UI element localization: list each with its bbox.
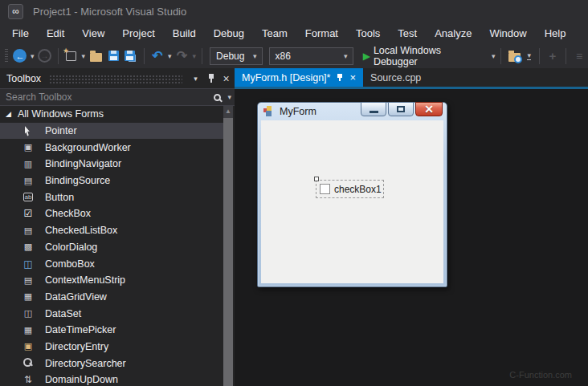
back-caret-icon[interactable]: ▾ <box>31 52 35 60</box>
color-dialog-icon <box>22 242 35 252</box>
configuration-dropdown[interactable]: Debug ▾ <box>210 47 262 65</box>
scrollbar-thumb[interactable] <box>223 118 233 386</box>
run-dropdown-caret-icon[interactable]: ▾ <box>492 52 496 60</box>
tab-source-cpp[interactable]: Source.cpp <box>363 68 428 87</box>
toolbox-item-backgroundworker[interactable]: BackgroundWorker <box>0 139 223 156</box>
datagrid-view-icon <box>22 291 35 302</box>
back-icon: ← <box>13 49 27 63</box>
list-icon[interactable]: ≡ <box>571 47 587 66</box>
menu-item-help[interactable]: Help <box>536 24 575 43</box>
toolbar-grip[interactable] <box>5 49 8 63</box>
vs-window: ∞ Project1 - Microsoft Visual Studio Fil… <box>0 0 588 386</box>
close-icon[interactable]: × <box>349 72 356 83</box>
checked-listbox-icon <box>22 226 35 236</box>
directory-searcher-icon <box>22 360 35 367</box>
search-icon[interactable] <box>214 94 221 101</box>
toolbox-scrollbar[interactable]: ▲ <box>223 106 233 386</box>
minimize-button[interactable] <box>361 102 386 116</box>
menu-item-debug[interactable]: Debug <box>205 24 253 43</box>
tab-myform-design[interactable]: MyForm.h [Design]* × <box>235 68 363 87</box>
toolbox-item-checkbox[interactable]: CheckBox <box>0 205 223 222</box>
toolbox-title: Toolbox <box>6 73 41 84</box>
toolbar-separator <box>144 48 145 64</box>
add-icon[interactable]: + <box>545 47 561 66</box>
minimize-icon <box>370 111 378 113</box>
datetime-picker-icon <box>22 325 35 335</box>
menu-item-build[interactable]: Build <box>164 24 205 43</box>
window-position-caret-icon[interactable]: ▾ <box>189 71 202 85</box>
menu-item-file[interactable]: File <box>3 24 38 43</box>
tab-label: Source.cpp <box>370 72 421 83</box>
new-project-caret-icon[interactable]: ▾ <box>81 52 85 60</box>
form-window-buttons: ✕ <box>361 102 443 116</box>
toolbar-separator <box>500 48 501 64</box>
standard-toolbar: ← ▾ → ▾ ↶ ▾ ↷ ▾ Debug ▾ x86 ▾ ▶ Local Wi… <box>0 43 588 68</box>
designer-form[interactable]: MyForm ✕ checkBox1 <box>257 102 447 287</box>
checkbox-box[interactable] <box>320 184 330 194</box>
toolbox-item-directorysearcher[interactable]: DirectorySearcher <box>0 355 223 372</box>
redo-icon[interactable]: ↷ <box>174 47 190 66</box>
platform-dropdown[interactable]: x86 ▾ <box>269 47 353 65</box>
maximize-button[interactable] <box>388 102 414 116</box>
menu-item-edit[interactable]: Edit <box>38 24 73 43</box>
pointer-icon <box>22 126 35 136</box>
pin-icon <box>208 74 214 83</box>
pin-icon[interactable] <box>337 74 343 82</box>
start-debug-play-icon: ▶ <box>363 51 370 62</box>
domain-updown-icon <box>22 374 35 385</box>
start-debug-button[interactable]: Local Windows Debugger <box>374 45 487 67</box>
toolbox-header[interactable]: Toolbox ▾ × <box>0 68 235 88</box>
redo-caret-icon[interactable]: ▾ <box>193 52 197 60</box>
scroll-up-icon[interactable]: ▲ <box>223 108 233 115</box>
close-icon: × <box>223 73 229 84</box>
toolbar-separator <box>566 48 566 64</box>
menu-item-window[interactable]: Window <box>480 24 535 43</box>
toolbox-item-contextmenustrip[interactable]: ContextMenuStrip <box>0 272 223 289</box>
toolbox-item-button[interactable]: Button <box>0 189 223 205</box>
form-client-area[interactable]: checkBox1 <box>261 120 443 283</box>
combobox-icon <box>22 258 35 270</box>
menu-item-project[interactable]: Project <box>113 24 163 43</box>
platform-value: x86 <box>276 51 338 62</box>
toolbar-options-caret-icon[interactable]: ▾ <box>527 52 531 60</box>
button-icon <box>22 193 35 201</box>
toolbox-item-dataset[interactable]: DataSet <box>0 305 223 322</box>
open-file-icon <box>90 53 102 62</box>
toolbox-item-combobox[interactable]: ComboBox <box>0 255 223 272</box>
toolbox-item-datagridview[interactable]: DataGridView <box>0 289 223 306</box>
undo-icon[interactable]: ↶ <box>149 47 165 66</box>
toolbox-item-directoryentry[interactable]: DirectoryEntry <box>0 339 223 356</box>
binding-navigator-icon <box>22 159 35 169</box>
menu-item-test[interactable]: Test <box>389 24 426 43</box>
toolbox-item-bindingsource[interactable]: BindingSource <box>0 173 223 189</box>
toolbox-list: ◢ All Windows Forms Pointer BackgroundWo… <box>0 106 223 386</box>
checkbox-control[interactable]: checkBox1 <box>316 180 384 198</box>
toolbox-item-checkedlistbox[interactable]: CheckedListBox <box>0 222 223 239</box>
menu-item-tools[interactable]: Tools <box>347 24 389 43</box>
toolbox-item-colordialog[interactable]: ColorDialog <box>0 239 223 256</box>
search-input[interactable] <box>0 91 214 103</box>
toolbox-panel: Toolbox ▾ × ▾ ◢ All Windows Forms Pointe… <box>0 68 235 386</box>
design-surface: MyForm ✕ checkBox1 C-Function.com <box>235 89 588 386</box>
menu-item-view[interactable]: View <box>73 24 113 43</box>
form-title-bar: MyForm ✕ <box>258 103 447 120</box>
checkbox-icon <box>22 208 35 219</box>
menu-item-team[interactable]: Team <box>253 24 296 43</box>
selection-handle[interactable] <box>314 177 319 181</box>
toolbox-item-domainupdown[interactable]: DomainUpDown <box>0 372 223 386</box>
toolbox-item-bindingnavigator[interactable]: BindingNavigator <box>0 156 223 173</box>
toolbar-separator <box>539 48 540 64</box>
menu-item-analyze[interactable]: Analyze <box>426 24 480 43</box>
undo-caret-icon[interactable]: ▾ <box>168 52 172 60</box>
toolbox-section-all-windows-forms[interactable]: ◢ All Windows Forms <box>0 106 223 123</box>
menu-item-format[interactable]: Format <box>296 24 347 43</box>
document-tabs: MyForm.h [Design]* × Source.cpp <box>235 68 588 87</box>
toolbox-item-pointer[interactable]: Pointer <box>0 123 223 140</box>
close-icon: ✕ <box>424 104 434 115</box>
new-project-icon <box>66 51 76 61</box>
search-options-caret-icon[interactable]: ▾ <box>227 93 231 101</box>
forward-icon: → <box>38 49 51 63</box>
vs-infinity-icon: ∞ <box>8 4 23 19</box>
toolbox-item-datetimepicker[interactable]: DateTimePicker <box>0 322 223 339</box>
close-button[interactable]: ✕ <box>415 102 443 116</box>
